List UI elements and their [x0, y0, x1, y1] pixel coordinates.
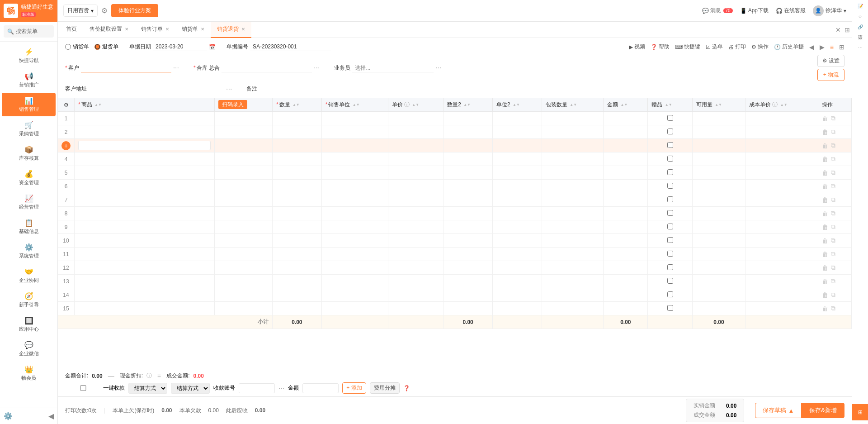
row-quantity[interactable]	[272, 112, 321, 125]
row-copy-icon[interactable]: ⧉	[831, 169, 835, 176]
row-unit2[interactable]	[493, 125, 542, 139]
one-click-receive-checkbox[interactable]	[65, 385, 101, 391]
row-sales-unit[interactable]	[321, 125, 388, 139]
row-product-input[interactable]	[75, 139, 215, 152]
row-copy-icon[interactable]: ⧉	[831, 237, 835, 244]
sidebar-item-apps[interactable]: 🔲 应用中心	[2, 313, 56, 336]
qty-sort-icon[interactable]: ▲▼	[292, 103, 300, 107]
online-service-button[interactable]: 🎧 在线客服	[776, 7, 806, 14]
row-delete-icon[interactable]: 🗑	[822, 210, 828, 217]
row-copy-icon[interactable]: ⧉	[831, 182, 835, 190]
avail-sort-icon[interactable]: ▲▼	[715, 103, 722, 107]
warehouse-input[interactable]	[222, 64, 312, 72]
row-amount[interactable]	[604, 125, 648, 139]
row-delete-icon[interactable]: 🗑	[822, 251, 828, 258]
sidebar-item-sales[interactable]: 📊 销售管理	[2, 93, 56, 116]
category-select[interactable]: 日用百货 ▾	[63, 5, 98, 17]
tab-close-all-icon[interactable]: ✕	[835, 26, 841, 33]
price-sort-icon[interactable]: ▲▼	[412, 103, 419, 107]
row-qty2[interactable]	[443, 125, 493, 139]
row-delete-icon[interactable]: 🗑	[822, 224, 828, 231]
select-action[interactable]: ☑ 选单	[706, 43, 723, 51]
right-panel-item-star[interactable]: ☆	[858, 14, 862, 19]
unit-price-info-icon[interactable]: ⓘ	[404, 101, 410, 108]
sidebar-item-system[interactable]: ⚙️ 系统管理	[2, 239, 56, 263]
operate-action[interactable]: ⚙ 操作	[751, 43, 769, 51]
add-payment-button[interactable]: + 添加	[342, 382, 366, 394]
row-cost-unit[interactable]	[745, 112, 818, 125]
row-copy-icon[interactable]: ⧉	[831, 277, 835, 285]
sidebar-item-marketing[interactable]: 📢 营销推广	[2, 68, 56, 92]
sidebar-item-purchase[interactable]: 🛒 采购管理	[2, 117, 56, 141]
right-panel-active-item[interactable]: ⊞	[852, 404, 868, 420]
sidebar-item-operations[interactable]: 📈 经营管理	[2, 191, 56, 214]
sidebar-item-enterprise[interactable]: 🤝 企业协同	[2, 264, 56, 287]
row-amount[interactable]	[604, 112, 648, 125]
sidebar-item-shortcut[interactable]: ⚡ 快捷导航	[2, 44, 56, 67]
row-delete-icon[interactable]: 🗑	[822, 156, 828, 163]
row-delete-icon[interactable]: 🗑	[822, 305, 828, 312]
row-quantity[interactable]	[272, 125, 321, 139]
right-panel-item-link[interactable]: 🔗	[858, 24, 863, 29]
row-delete-icon[interactable]: 🗑	[822, 278, 828, 285]
tab-close-sales-return[interactable]: ✕	[241, 27, 245, 32]
address-input[interactable]	[89, 85, 224, 93]
row-unit-price[interactable]	[388, 112, 443, 125]
messages-button[interactable]: 💬 消息 70	[702, 7, 733, 14]
settings-side-button[interactable]: ⚙ 设置	[817, 55, 844, 67]
help-action[interactable]: ❓ 帮助	[651, 43, 670, 51]
gift-sort-icon[interactable]: ▲▼	[665, 103, 672, 107]
tab-close-sales-delivery[interactable]: ✕	[201, 27, 204, 32]
expense-split-button[interactable]: 费用分摊	[370, 382, 400, 394]
tab-grid-icon[interactable]: ⊞	[844, 26, 850, 33]
warehouse-dots-icon[interactable]: ···	[314, 64, 320, 72]
th-barcode[interactable]: 扫码录入	[214, 98, 272, 112]
staff-dots-icon[interactable]: ···	[435, 64, 441, 72]
topbar-settings-icon[interactable]: ⚙	[101, 6, 108, 15]
right-panel-item-photo[interactable]: 🖼	[858, 35, 863, 40]
tab-sales-delivery[interactable]: 销货单 ✕	[175, 22, 211, 38]
row-delete-icon[interactable]: 🗑	[822, 196, 828, 204]
cost-sort-icon[interactable]: ▲▼	[780, 103, 788, 107]
radio-delivery[interactable]	[65, 44, 71, 50]
trial-plan-button[interactable]: 体验行业方案	[111, 4, 158, 17]
row-pkg-qty[interactable]	[542, 125, 603, 139]
th-settings[interactable]: ⚙	[58, 98, 75, 112]
row-copy-icon[interactable]: ⧉	[831, 264, 835, 272]
settlement-method-select[interactable]: 结算方式	[128, 383, 167, 394]
row-delete-icon[interactable]: 🗑	[822, 169, 828, 176]
unit2-sort-icon[interactable]: ▲▼	[513, 103, 520, 107]
logistics-button[interactable]: + 物流	[817, 69, 844, 81]
radio-delivery-label[interactable]: 销货单	[65, 43, 89, 51]
row-gift[interactable]	[648, 125, 692, 139]
shortcut-action[interactable]: ⌨ 快捷键	[675, 43, 700, 51]
tab-close-price-settings[interactable]: ✕	[125, 27, 128, 32]
row-product[interactable]	[75, 112, 215, 125]
search-menu-button[interactable]: 🔍 搜索菜单	[4, 25, 54, 38]
app-download-button[interactable]: 📱 App下载	[740, 7, 769, 14]
calendar-icon[interactable]: 📅	[209, 44, 216, 50]
row-qty2[interactable]	[443, 112, 493, 125]
tab-price-settings[interactable]: 售价提取设置 ✕	[83, 22, 135, 38]
discount-info-icon[interactable]: ⓘ	[146, 372, 152, 380]
print-action[interactable]: 🖨 打印	[728, 43, 746, 51]
tab-sales-return[interactable]: 销货退货 ✕	[211, 22, 251, 38]
row-copy-icon[interactable]: ⧉	[831, 196, 835, 204]
tab-close-sales-order[interactable]: ✕	[165, 27, 169, 32]
pkg-sort-icon[interactable]: ▲▼	[570, 103, 577, 107]
row-cost-unit[interactable]	[745, 125, 818, 139]
row-copy-icon[interactable]: ⧉	[831, 291, 835, 299]
account-dots-icon[interactable]: ···	[278, 384, 284, 392]
right-panel-item-note[interactable]: 📝	[858, 4, 863, 9]
row-unit2[interactable]	[493, 112, 542, 125]
row-product[interactable]	[75, 125, 215, 139]
sidebar-collapse-icon[interactable]: ◀	[48, 412, 54, 420]
row-pkg-qty[interactable]	[542, 112, 603, 125]
sidebar-item-basic[interactable]: 📋 基础信息	[2, 215, 56, 238]
amount-sort-icon[interactable]: ▲▼	[621, 103, 628, 107]
row-delete-icon[interactable]: 🗑	[822, 237, 828, 244]
right-panel-item-more[interactable]: ⋯	[858, 45, 863, 50]
tab-home[interactable]: 首页	[60, 22, 83, 38]
qty2-sort-icon[interactable]: ▲▼	[463, 103, 471, 107]
staff-input[interactable]	[352, 64, 434, 72]
